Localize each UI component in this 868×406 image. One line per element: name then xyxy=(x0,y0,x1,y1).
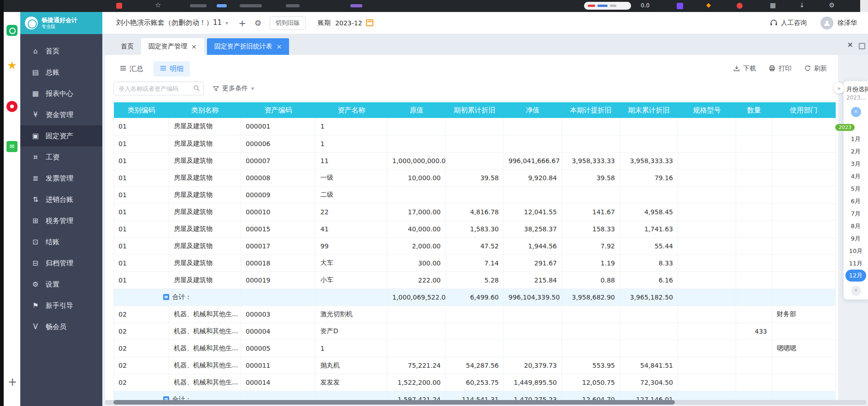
cell: 996,041,666.67 xyxy=(504,152,562,169)
green-app-icon[interactable] xyxy=(6,25,18,36)
add-account-button[interactable]: + xyxy=(238,18,246,28)
bookmark-icon[interactable] xyxy=(116,3,122,9)
cell xyxy=(562,186,620,203)
panel-toggle-icon[interactable] xyxy=(859,43,865,49)
sidebar-item[interactable]: ⚑新手引导 xyxy=(20,295,102,316)
extension-icon[interactable] xyxy=(677,3,683,9)
sidebar-item[interactable]: ▣固定资产 xyxy=(20,125,102,147)
extension-badge-icon[interactable] xyxy=(737,3,743,9)
sidebar-item[interactable]: Ⅴ畅会员 xyxy=(20,316,102,337)
sidebar-item[interactable]: ⇅进销台账 xyxy=(20,189,102,210)
sidebar-item[interactable]: ¥资金管理 xyxy=(20,104,102,125)
cell: 资产D xyxy=(316,323,388,340)
weibo-icon[interactable] xyxy=(6,101,18,112)
user-name[interactable]: 徐泽华 xyxy=(838,19,857,27)
column-header: 类别名称 xyxy=(169,102,241,118)
grid-icon[interactable]: ▦ xyxy=(770,1,776,9)
address-bar-fragment[interactable] xyxy=(584,2,631,10)
action-label: 刷新 xyxy=(814,65,827,73)
avatar[interactable] xyxy=(821,17,833,29)
table-actions: 下载打印刷新 xyxy=(733,65,827,73)
cell: 114,541.31 xyxy=(446,391,504,400)
scrollbar-thumb[interactable] xyxy=(113,400,675,405)
sidebar-item[interactable]: ⚙设置 xyxy=(20,274,102,295)
horizontal-scrollbar[interactable] xyxy=(105,400,867,405)
cell xyxy=(736,203,772,220)
month-item[interactable]: 4月 xyxy=(844,170,868,182)
support-button[interactable]: 人工咨询 xyxy=(770,19,807,27)
month-item[interactable]: 1月 xyxy=(844,133,868,145)
sidebar-item[interactable]: ⊞税务管理 xyxy=(20,210,102,231)
month-item[interactable]: 9月 xyxy=(844,232,868,245)
search-icon[interactable] xyxy=(193,85,200,94)
add-favorite-button[interactable]: + xyxy=(7,376,18,388)
cell xyxy=(736,288,772,306)
cell xyxy=(388,340,446,357)
tab-item[interactable]: 首页 xyxy=(113,38,141,55)
tab-close-icon[interactable]: × xyxy=(277,43,282,50)
switch-old-version-button[interactable]: 切到旧版 xyxy=(270,16,306,30)
refresh-button[interactable]: 刷新 xyxy=(804,65,827,73)
download-button[interactable]: 下载 xyxy=(733,65,756,73)
cell xyxy=(504,306,562,323)
period-value[interactable]: 2023-12 xyxy=(335,19,362,27)
settings-gear-icon[interactable]: ⚙ xyxy=(254,18,261,28)
tab-close-icon[interactable]: × xyxy=(191,43,197,50)
sidebar-item[interactable]: ▦报表中心 xyxy=(20,83,102,104)
star-icon[interactable]: ☆ xyxy=(155,1,161,9)
close-all-icon[interactable]: ✕ xyxy=(847,41,853,49)
tab-active[interactable]: 固定资产折旧统计表× xyxy=(207,38,289,55)
archive-icon: ⊟ xyxy=(31,259,40,267)
month-item[interactable]: 8月 xyxy=(844,220,868,232)
sidebar-item[interactable]: ≣发票管理 xyxy=(20,168,102,189)
cell xyxy=(562,135,620,152)
cell: 47.52 xyxy=(446,237,504,254)
cell: 54,287.56 xyxy=(446,357,504,374)
search-input[interactable] xyxy=(113,82,204,95)
cell xyxy=(772,254,836,271)
star-favorite-icon[interactable]: ★ xyxy=(6,60,18,71)
print-icon xyxy=(769,65,775,73)
panel-collapse-icon[interactable]: » xyxy=(833,82,844,94)
cell xyxy=(241,391,316,400)
account-selector[interactable]: 刘小艳演示账套（勿删勿动！）11 xyxy=(116,18,222,27)
month-item[interactable]: 6月 xyxy=(844,195,868,207)
cell xyxy=(772,169,836,186)
month-panel-title: 月份选择 xyxy=(846,85,868,94)
cell: 000008 xyxy=(241,169,316,186)
cell xyxy=(678,374,736,391)
sidebar-item[interactable]: ⊡结账 xyxy=(20,231,102,253)
month-item[interactable]: 3月 xyxy=(844,158,868,170)
download-arrow-icon[interactable]: ↓ xyxy=(799,1,805,9)
cell xyxy=(772,135,836,152)
table-row: 01房屋及建筑物0000102217,000.004,816.7812,041.… xyxy=(114,203,836,220)
browser-settings-icon[interactable]: ⚙ xyxy=(829,1,835,9)
tab-item[interactable]: 固定资产管理× xyxy=(141,38,204,55)
sidebar-item[interactable]: ▤总账 xyxy=(20,62,102,83)
cell: 158.33 xyxy=(562,220,620,237)
month-item[interactable]: 10月 xyxy=(844,245,868,257)
scroll-up-icon[interactable]: « xyxy=(851,107,861,117)
subtab-item[interactable]: 汇总 xyxy=(113,61,150,76)
month-item[interactable]: 2月 xyxy=(844,145,868,158)
month-item[interactable]: 7月 xyxy=(844,207,868,220)
extension-diamond-icon[interactable]: ◆ xyxy=(706,1,711,8)
month-item[interactable]: 11月 xyxy=(844,257,868,270)
sidebar-item[interactable]: ¤工资 xyxy=(20,147,102,168)
sidebar-item[interactable]: ⊟归档管理 xyxy=(20,253,102,274)
scroll-down-icon[interactable]: » xyxy=(851,286,861,296)
month-item[interactable]: 5月 xyxy=(844,182,868,195)
subtab-active[interactable]: 明细 xyxy=(154,61,190,76)
more-filters-button[interactable]: 更多条件 ▾ xyxy=(213,84,254,93)
subtotal-row: 合计：1,597,421.24114,541.311,470,275.2312,… xyxy=(114,391,836,400)
month-item[interactable]: 12月 xyxy=(845,270,866,282)
mail-icon[interactable]: ✉ xyxy=(6,141,18,152)
sidebar-item[interactable]: ⌂首页 xyxy=(20,41,102,62)
cell xyxy=(446,118,504,135)
support-label: 人工咨询 xyxy=(781,19,807,27)
cell: 房屋及建筑物 xyxy=(169,118,241,135)
calendar-icon[interactable] xyxy=(366,19,373,26)
cell: 000005 xyxy=(241,340,316,357)
print-button[interactable]: 打印 xyxy=(769,65,791,73)
cell xyxy=(446,186,504,203)
